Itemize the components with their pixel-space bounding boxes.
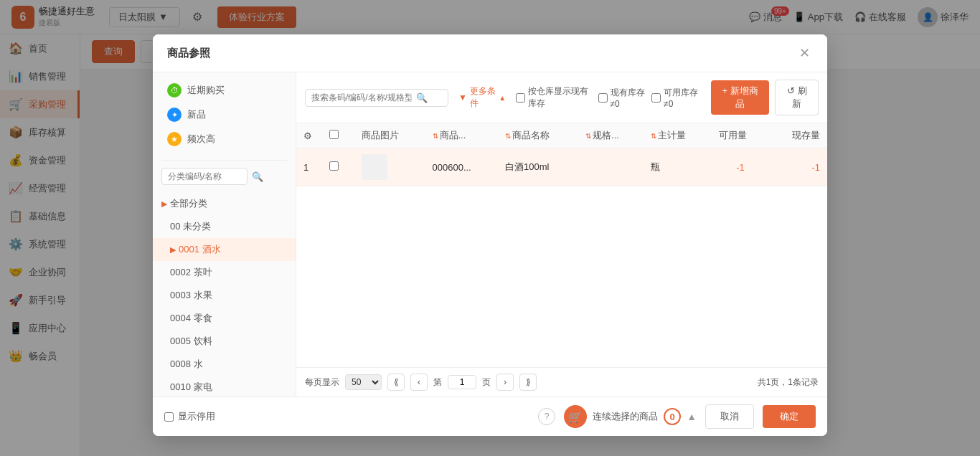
quick-filters: ⏱ 近期购买 ✦ 新品 ★ 频次高 — [153, 72, 296, 157]
by-warehouse-checkbox[interactable] — [516, 93, 525, 103]
select-all-checkbox[interactable] — [329, 130, 339, 139]
cat-0002[interactable]: 0002 茶叶 — [153, 261, 296, 284]
cat-uncategorized[interactable]: 00 未分类 — [153, 215, 296, 238]
settings-col-icon: ⚙ — [303, 130, 312, 141]
th-settings[interactable]: ⚙ — [296, 123, 322, 148]
td-unit: 瓶 — [644, 148, 711, 186]
td-num: 1 — [296, 148, 322, 186]
next-page-button[interactable]: › — [496, 374, 514, 391]
show-disabled-checkbox-label[interactable]: 显示停用 — [164, 410, 215, 423]
row-checkbox[interactable] — [329, 161, 339, 171]
page-number-input[interactable] — [448, 375, 476, 389]
td-spec — [578, 148, 644, 186]
modal-overlay: 商品参照 ✕ ⏱ 近期购买 ✦ 新品 ★ 频次高 — [0, 0, 980, 456]
td-image — [354, 148, 425, 186]
divider — [161, 160, 287, 161]
quick-filter-freq[interactable]: ★ 频次高 — [161, 127, 287, 151]
product-search-input[interactable] — [311, 92, 412, 103]
td-checkbox[interactable] — [322, 148, 354, 186]
modal-body: ⏱ 近期购买 ✦ 新品 ★ 频次高 🔍 — [153, 72, 827, 396]
product-table: ⚙ 商品图片 — [296, 123, 827, 186]
chevron-up-icon: ▲ — [499, 94, 506, 102]
sort-icon: ⇅ — [505, 132, 511, 140]
sort-icon: ⇅ — [585, 132, 591, 140]
th-stock: 现存量 — [769, 123, 827, 148]
th-code[interactable]: ⇅ 商品... — [425, 123, 498, 148]
modal-left-panel: ⏱ 近期购买 ✦ 新品 ★ 频次高 🔍 — [153, 72, 296, 396]
td-available: -1 — [712, 148, 770, 186]
quick-filter-new[interactable]: ✦ 新品 — [161, 103, 287, 127]
product-reference-modal: 商品参照 ✕ ⏱ 近期购买 ✦ 新品 ★ 频次高 — [153, 34, 827, 436]
cat-arrow-all: ▶ — [161, 199, 167, 209]
cat-0010[interactable]: 0010 家电 — [153, 376, 296, 396]
cat-0004[interactable]: 0004 零食 — [153, 307, 296, 330]
th-available: 可用量 — [712, 123, 770, 148]
modal-search-toolbar: 🔍 ▼ 更多条件 ▲ 按仓库显示现有库存 现有库存≠0 — [296, 72, 827, 123]
show-disabled-checkbox[interactable] — [164, 412, 174, 422]
help-icon[interactable]: ? — [538, 408, 555, 425]
last-page-button[interactable]: ⟫ — [519, 374, 537, 391]
category-search: 🔍 — [153, 163, 296, 189]
checkbox-available-not-zero[interactable]: 可用库存≠0 — [651, 87, 699, 109]
modal-footer: 显示停用 ? 🛒 连续选择的商品 0 ▲ 取消 确定 — [153, 396, 827, 436]
product-search-box[interactable]: 🔍 — [305, 89, 448, 107]
new-product-icon: ✦ — [167, 108, 182, 122]
cat-0003[interactable]: 0003 水果 — [153, 284, 296, 307]
search-icon[interactable]: 🔍 — [252, 171, 263, 182]
pagination: 每页显示 50 100 200 ⟪ ‹ 第 页 › ⟫ 共1页，1条记录 — [296, 367, 827, 396]
modal-right-panel: 🔍 ▼ 更多条件 ▲ 按仓库显示现有库存 现有库存≠0 — [296, 72, 827, 396]
sort-icon: ⇅ — [651, 132, 656, 140]
td-code: 000600... — [425, 148, 498, 186]
cat-0008[interactable]: 0008 水 — [153, 353, 296, 376]
th-checkbox[interactable] — [322, 123, 354, 148]
modal-header: 商品参照 ✕ — [153, 34, 827, 72]
cat-arrow-0001: ▶ — [170, 245, 176, 255]
modal-close-button[interactable]: ✕ — [796, 44, 813, 62]
th-name[interactable]: ⇅ 商品名称 — [498, 123, 578, 148]
cat-all[interactable]: ▶ 全部分类 — [153, 192, 296, 215]
th-spec[interactable]: ⇅ 规格... — [578, 123, 644, 148]
th-image: 商品图片 — [354, 123, 425, 148]
cat-0001[interactable]: ▶ 0001 酒水 — [153, 238, 296, 261]
cat-0005[interactable]: 0005 饮料 — [153, 330, 296, 353]
td-stock: -1 — [769, 148, 827, 186]
refresh-button[interactable]: ↺ 刷新 — [775, 80, 819, 115]
add-product-button[interactable]: + 新增商品 — [711, 80, 770, 115]
cancel-button[interactable]: 取消 — [705, 404, 754, 429]
th-unit[interactable]: ⇅ 主计量 — [644, 123, 711, 148]
search-icon[interactable]: 🔍 — [416, 92, 428, 103]
first-page-button[interactable]: ⟪ — [387, 374, 405, 391]
confirm-button[interactable]: 确定 — [763, 405, 816, 428]
total-records: 共1页，1条记录 — [758, 376, 819, 389]
available-not-zero-checkbox[interactable] — [651, 93, 661, 103]
checkbox-by-warehouse[interactable]: 按仓库显示现有库存 — [516, 85, 592, 110]
recent-icon: ⏱ — [167, 83, 182, 98]
modal-title: 商品参照 — [167, 47, 210, 60]
product-table-container: ⚙ 商品图片 — [296, 123, 827, 367]
stock-not-zero-checkbox[interactable] — [598, 93, 608, 103]
td-name: 白酒100ml — [498, 148, 578, 186]
freq-icon: ★ — [167, 132, 182, 146]
sort-icon: ⇅ — [433, 132, 438, 140]
cart-area: 🛒 连续选择的商品 0 ▲ — [564, 405, 697, 428]
chevron-up-icon[interactable]: ▲ — [687, 411, 697, 422]
quick-filter-recent[interactable]: ⏱ 近期购买 — [161, 78, 287, 103]
table-row[interactable]: 1 000600... — [296, 148, 827, 186]
more-filter-button[interactable]: ▼ 更多条件 ▲ — [454, 82, 510, 113]
category-search-input[interactable] — [161, 168, 248, 185]
cart-count: 0 — [664, 408, 681, 425]
per-page-select[interactable]: 50 100 200 — [345, 374, 382, 390]
category-tree: ▶ 全部分类 00 未分类 ▶ 0001 酒水 0002 茶叶 0003 水果 — [153, 189, 296, 396]
filter-icon: ▼ — [458, 92, 467, 103]
prev-page-button[interactable]: ‹ — [410, 374, 428, 391]
cart-icon: 🛒 — [564, 405, 587, 428]
checkbox-stock-not-zero[interactable]: 现有库存≠0 — [598, 87, 646, 109]
product-thumbnail — [362, 154, 387, 180]
